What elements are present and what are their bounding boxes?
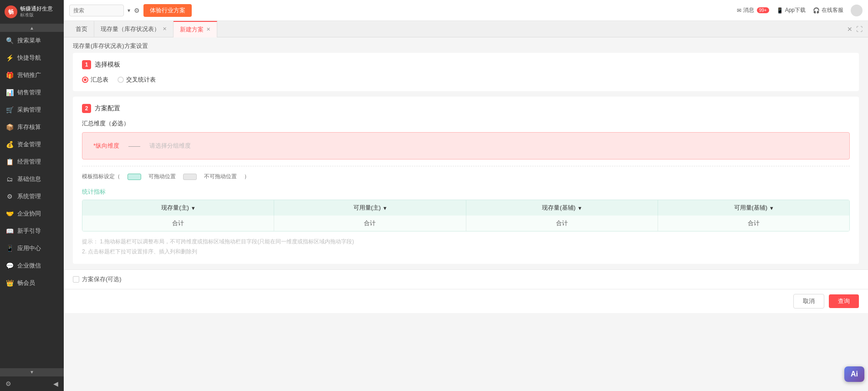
topbar-gear-icon[interactable]: ⚙	[134, 7, 140, 14]
user-avatar[interactable]	[851, 5, 863, 16]
chevron-down-icon-0: ▾	[192, 205, 195, 211]
sidebar-item-sales[interactable]: 📊 销售管理	[0, 84, 64, 101]
sidebar-item-search[interactable]: 🔍 搜索菜单	[0, 32, 64, 49]
save-checkbox[interactable]: 方案保存(可选)	[73, 275, 122, 283]
footer-bar: 方案保存(可选)	[64, 269, 868, 289]
page-header: 现存量(库存状况表)方案设置	[64, 37, 868, 53]
tab-new-plan-close[interactable]: ✕	[206, 26, 210, 32]
tab-new-plan[interactable]: 新建方案 ✕	[174, 21, 217, 37]
purchase-icon: 🛒	[5, 106, 14, 114]
stats-col-3[interactable]: 可用量(基辅) ▾	[658, 200, 849, 216]
trial-button[interactable]: 体验行业方案	[143, 4, 192, 17]
page-content: 现存量(库存状况表)方案设置 1 选择模板 汇总表 交叉统计表 2	[64, 37, 868, 391]
sidebar-item-finance[interactable]: 💰 资金管理	[0, 136, 64, 153]
topbar-left: ▾ ⚙ 体验行业方案	[69, 4, 192, 17]
vertical-dim-area[interactable]: *纵向维度 —— 请选择分组维度	[82, 132, 850, 159]
sidebar-item-operations[interactable]: 📋 经营管理	[0, 153, 64, 170]
radio-dot-cross	[117, 77, 124, 83]
messages-button[interactable]: ✉ 消息 99+	[737, 6, 769, 14]
sidebar-item-quick-nav[interactable]: ⚡ 快捷导航	[0, 49, 64, 67]
sidebar-footer: ⚙ ◀	[0, 376, 64, 391]
stats-cell-2: 合计	[466, 216, 658, 231]
app-download-button[interactable]: 📱 App下载	[776, 6, 806, 14]
tab-close-all-icon[interactable]: ✕	[847, 26, 853, 33]
tab-fullscreen-icon[interactable]: ⛶	[856, 26, 863, 33]
stats-table-body: 合计 合计 合计 合计	[82, 216, 849, 231]
stats-table-header: 现存量(主) ▾ 可用量(主) ▾ 现存量(基辅) ▾ 可用量(基辅)	[82, 200, 849, 216]
tabs-bar: 首页 现存量（库存状况表） ✕ 新建方案 ✕ ✕ ⛶	[64, 21, 868, 37]
legend-draggable-label: 可拖动位置	[148, 173, 176, 180]
topbar-dropdown-icon[interactable]: ▾	[128, 7, 130, 14]
query-button[interactable]: 查询	[829, 294, 859, 308]
stats-col-2[interactable]: 现存量(基辅) ▾	[466, 200, 658, 216]
hint-2: 2. 点击标题栏下拉可设置排序、插入列和删除列	[82, 247, 850, 257]
finance-icon: 💰	[5, 140, 14, 149]
sidebar-item-purchase[interactable]: 🛒 采购管理	[0, 101, 64, 118]
online-service-button[interactable]: 🎧 在线客服	[813, 6, 843, 14]
logo-icon: 畅	[5, 5, 17, 18]
sidebar-collapse-icon[interactable]: ◀	[53, 380, 58, 387]
tab-inventory[interactable]: 现存量（库存状况表） ✕	[94, 21, 174, 37]
search-icon: 🔍	[5, 36, 14, 45]
sidebar-item-corp[interactable]: 🤝 企业协同	[0, 205, 64, 222]
legend-draggable-box	[128, 174, 141, 180]
topbar-search-input[interactable]	[69, 5, 124, 16]
system-icon: ⚙	[5, 192, 14, 201]
section2-panel: 2 方案配置 汇总维度（必选） *纵向维度 —— 请选择分组维度 模板指标设定（…	[73, 97, 859, 264]
sidebar-item-inventory[interactable]: 📦 库存核算	[0, 118, 64, 136]
sidebar-item-system[interactable]: ⚙ 系统管理	[0, 188, 64, 205]
indicator-section: 统计指标 现存量(主) ▾ 可用量(主) ▾ 现存量(基辅)	[82, 188, 850, 232]
chevron-down-icon-2: ▾	[578, 205, 582, 211]
vertical-dim-dash: ——	[128, 143, 140, 149]
action-bar: 取消 查询	[64, 289, 868, 313]
sidebar-menu: 🔍 搜索菜单 ⚡ 快捷导航 🎁 营销推广 📊 销售管理 🛒 采购管理 📦 库存核…	[0, 32, 64, 368]
wechat-icon: 💬	[5, 262, 14, 270]
sidebar-scroll-up[interactable]: ▲	[0, 24, 64, 32]
hint-area: 提示： 1.拖动标题栏可以调整布局，不可跨维度或指标区域拖动栏目字段(只能在同一…	[82, 237, 850, 257]
sidebar-item-app-center[interactable]: 📱 应用中心	[0, 240, 64, 257]
basicinfo-icon: 🗂	[5, 175, 14, 183]
stats-col-1[interactable]: 可用量(主) ▾	[274, 200, 466, 216]
tabs-actions: ✕ ⛶	[847, 26, 863, 33]
section1-badge: 1	[82, 60, 91, 69]
sidebar-item-marketing[interactable]: 🎁 营销推广	[0, 67, 64, 84]
summary-dim-label: 汇总维度（必选）	[82, 119, 850, 128]
message-icon: ✉	[737, 7, 741, 14]
tab-inventory-close[interactable]: ✕	[163, 26, 167, 32]
cancel-button[interactable]: 取消	[793, 294, 824, 309]
ai-float-button[interactable]: Ai	[844, 366, 864, 382]
settings-icon[interactable]: ⚙	[5, 380, 11, 387]
sidebar-item-newbie[interactable]: 📖 新手引导	[0, 222, 64, 240]
section2-label: 方案配置	[95, 104, 120, 113]
section1-panel: 1 选择模板 汇总表 交叉统计表	[73, 53, 859, 91]
sidebar-scroll-down[interactable]: ▼	[0, 368, 64, 376]
logo-text: 畅赚通好生意 标准版	[20, 5, 53, 18]
template-radio-group: 汇总表 交叉统计表	[82, 76, 850, 84]
quicknav-icon: ⚡	[5, 54, 14, 62]
chevron-down-icon-1: ▾	[383, 205, 387, 211]
sidebar: 畅 畅赚通好生意 标准版 ▲ 🔍 搜索菜单 ⚡ 快捷导航 🎁 营销推广 📊 销售…	[0, 0, 64, 391]
sidebar-item-member[interactable]: 👑 畅会员	[0, 274, 64, 292]
stats-table: 现存量(主) ▾ 可用量(主) ▾ 现存量(基辅) ▾ 可用量(基辅)	[82, 200, 850, 232]
sales-icon: 📊	[5, 88, 14, 97]
vertical-dim-placeholder: 请选择分组维度	[149, 142, 191, 150]
member-icon: 👑	[5, 279, 14, 287]
stats-cell-0: 合计	[82, 216, 274, 231]
section2-badge: 2	[82, 104, 91, 113]
tab-home[interactable]: 首页	[69, 21, 94, 37]
stats-cell-3: 合计	[658, 216, 849, 231]
inventory-icon: 📦	[5, 123, 14, 131]
headset-icon: 🎧	[813, 7, 820, 14]
main-area: ▾ ⚙ 体验行业方案 ✉ 消息 99+ 📱 App下载 🎧 在线客服 首页	[64, 0, 868, 391]
save-checkbox-label: 方案保存(可选)	[82, 275, 122, 283]
radio-cross-table[interactable]: 交叉统计表	[117, 76, 156, 84]
section-divider	[82, 166, 850, 166]
legend-nodrag-label: 不可拖动位置	[204, 173, 237, 180]
radio-summary-table[interactable]: 汇总表	[82, 76, 108, 84]
sidebar-item-basic-info[interactable]: 🗂 基础信息	[0, 170, 64, 188]
topbar-right: ✉ 消息 99+ 📱 App下载 🎧 在线客服	[737, 5, 863, 16]
chevron-down-icon-3: ▾	[770, 205, 773, 211]
indicator-setting-label: 模板指标设定（	[82, 173, 120, 180]
stats-col-0[interactable]: 现存量(主) ▾	[82, 200, 274, 216]
sidebar-item-wechat[interactable]: 💬 企业微信	[0, 257, 64, 274]
